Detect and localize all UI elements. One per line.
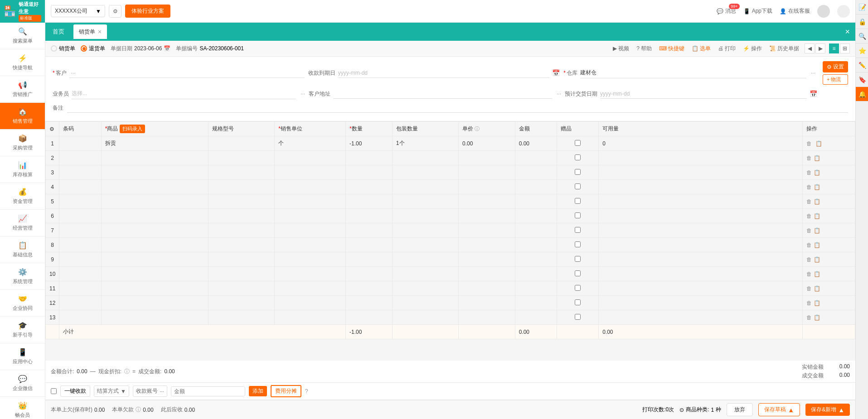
- app-download-btn[interactable]: 📱 App下载: [743, 7, 772, 15]
- delete-icon[interactable]: 🗑: [806, 198, 812, 205]
- trial-button[interactable]: 体验行业方案: [125, 5, 170, 18]
- scan-btn[interactable]: 扫码录入: [120, 125, 145, 133]
- copy-icon[interactable]: 📋: [814, 300, 820, 306]
- delete-icon[interactable]: 🗑: [806, 227, 812, 234]
- prev-btn[interactable]: ◀: [805, 43, 815, 53]
- copy-icon[interactable]: 📋: [814, 227, 820, 234]
- payment-help-icon[interactable]: ?: [305, 388, 308, 395]
- copy-icon[interactable]: 📋: [814, 256, 820, 263]
- save-new-btn[interactable]: 保存&新增 ▲: [805, 404, 850, 416]
- rs-star[interactable]: ⭐: [856, 43, 868, 58]
- history-btn[interactable]: 📜 历史单据: [767, 44, 801, 53]
- header-settings-btn[interactable]: ⚙: [109, 5, 121, 18]
- action-btn[interactable]: ⚡ 操作: [741, 44, 764, 53]
- spec-1[interactable]: [208, 136, 274, 151]
- discard-btn[interactable]: 放弃: [727, 403, 753, 416]
- col-gear[interactable]: ⚙: [46, 122, 59, 136]
- delete-icon[interactable]: 🗑: [806, 271, 812, 277]
- tab-bar-close[interactable]: ×: [845, 27, 850, 37]
- table-wrapper[interactable]: ⚙ 条码 *商品 扫码录入 规格型号 *销售单位 *数量 包装数量 单价 ⓘ 金…: [45, 121, 855, 361]
- remarks-input[interactable]: [67, 103, 848, 113]
- rs-note[interactable]: 📝: [856, 0, 868, 14]
- amount-1[interactable]: 0.00: [515, 136, 557, 151]
- one-key-btn[interactable]: 一键收款: [60, 385, 90, 397]
- next-btn[interactable]: ▶: [815, 43, 825, 53]
- logistics-btn[interactable]: + 物流: [823, 74, 848, 85]
- delete-icon[interactable]: 🗑: [806, 155, 812, 161]
- list-view-btn[interactable]: ≡: [829, 43, 839, 53]
- copy-icon[interactable]: 📋: [814, 155, 820, 161]
- rs-bookmark[interactable]: 🔖: [856, 72, 868, 87]
- due-date-input[interactable]: yyyy-mm-dd: [338, 68, 550, 78]
- add-btn[interactable]: 添加: [249, 386, 267, 396]
- copy-icon[interactable]: 📋: [814, 184, 820, 190]
- sidebar-item-guide[interactable]: 🎓 新手引导: [0, 317, 45, 343]
- sidebar-item-finance[interactable]: 💰 资金管理: [0, 183, 45, 210]
- sidebar-item-sales[interactable]: 🏠 销售管理: [0, 103, 45, 130]
- salesperson-input[interactable]: 选择...: [72, 88, 296, 99]
- account-dots[interactable]: ···: [160, 388, 164, 395]
- qty-1[interactable]: -1.00: [346, 136, 393, 151]
- user-avatar[interactable]: [817, 5, 830, 18]
- copy-icon[interactable]: 📋: [814, 271, 820, 277]
- sidebar-item-inventory[interactable]: 📊 库存核算: [0, 156, 45, 183]
- online-service-btn[interactable]: 👤 在线客服: [780, 7, 810, 15]
- help-btn[interactable]: ? 帮助: [635, 44, 654, 53]
- warehouse-input[interactable]: 建材仓: [580, 67, 806, 78]
- sidebar-item-system[interactable]: ⚙️ 系统管理: [0, 263, 45, 290]
- copy-icon[interactable]: 📋: [814, 213, 820, 219]
- pack-qty-1[interactable]: 1个: [392, 136, 458, 151]
- payment-method-select[interactable]: 结算方式 ▼: [94, 385, 129, 397]
- tab-close-icon[interactable]: ×: [98, 28, 102, 35]
- delete-icon[interactable]: 🗑: [806, 169, 812, 176]
- sidebar-item-basic[interactable]: 📋 基础信息: [0, 236, 45, 263]
- shortcut-btn[interactable]: ⌨ 快捷键: [657, 44, 686, 53]
- copy-icon[interactable]: 📋: [814, 285, 820, 292]
- delivery-cal-icon[interactable]: 📅: [810, 90, 817, 97]
- delete-icon[interactable]: 🗑: [806, 300, 812, 306]
- radio-return[interactable]: 退货单: [81, 45, 105, 53]
- fee-btn[interactable]: 费用分摊: [271, 385, 301, 397]
- price-1[interactable]: 0.00: [459, 136, 515, 151]
- calendar-icon[interactable]: 📅: [164, 45, 170, 52]
- sidebar-item-marketing[interactable]: 📢 营销推广: [0, 76, 45, 103]
- copy-icon[interactable]: 📋: [814, 314, 820, 321]
- product-type-icon[interactable]: ⊙: [679, 407, 684, 413]
- delete-icon[interactable]: 🗑: [806, 256, 812, 263]
- sidebar-item-purchase[interactable]: 📦 采购管理: [0, 130, 45, 156]
- product-1[interactable]: 拆贡: [101, 136, 208, 151]
- user-avatar2[interactable]: [837, 5, 850, 18]
- sidebar-item-operation[interactable]: 📈 经营管理: [0, 210, 45, 236]
- rs-edit[interactable]: ✏️: [856, 58, 868, 72]
- gift-1[interactable]: [557, 136, 598, 151]
- unit-1[interactable]: 个: [275, 136, 346, 151]
- rs-lock[interactable]: 🔒: [856, 14, 868, 29]
- delete-icon[interactable]: 🗑: [806, 314, 812, 321]
- rs-alert[interactable]: 🔔: [856, 87, 868, 101]
- sidebar-item-enterprise[interactable]: 🤝 企业协同: [0, 290, 45, 317]
- sidebar-item-search[interactable]: 🔍 搜索菜单: [0, 23, 45, 49]
- due-date-cal-icon[interactable]: 📅: [552, 69, 560, 77]
- amount-input[interactable]: [171, 386, 245, 396]
- message-btn[interactable]: 💬 消息 99+: [717, 7, 736, 15]
- customer-address-input[interactable]: [333, 89, 552, 99]
- grid-view-btn[interactable]: ⊞: [840, 43, 850, 53]
- sidebar-item-quick-nav[interactable]: ⚡ 快捷导航: [0, 49, 45, 76]
- warehouse-dots[interactable]: ···: [811, 70, 815, 76]
- delete-icon[interactable]: 🗑: [806, 213, 812, 219]
- sidebar-item-wechat[interactable]: 💬 企业微信: [0, 370, 45, 397]
- customer-input[interactable]: ···: [69, 68, 305, 78]
- video-btn[interactable]: ▶ 视频: [611, 44, 631, 53]
- one-key-checkbox[interactable]: [51, 388, 57, 394]
- account-select[interactable]: 收款账号 ···: [133, 385, 167, 397]
- delete-icon[interactable]: 🗑: [806, 242, 812, 248]
- rs-search[interactable]: 🔍: [856, 29, 868, 43]
- save-draft-btn[interactable]: 保存草稿 ▲: [758, 403, 800, 416]
- setup-btn[interactable]: ⚙ 设置: [823, 61, 848, 72]
- sidebar-item-member[interactable]: 👑 畅会员: [0, 397, 45, 419]
- delete-icon-1[interactable]: 🗑: [806, 140, 812, 147]
- delete-icon[interactable]: 🗑: [806, 184, 812, 190]
- copy-icon[interactable]: 📋: [814, 169, 820, 176]
- tab-sales-order[interactable]: 销货单 ×: [73, 24, 107, 39]
- radio-sale[interactable]: 销货单: [51, 45, 75, 53]
